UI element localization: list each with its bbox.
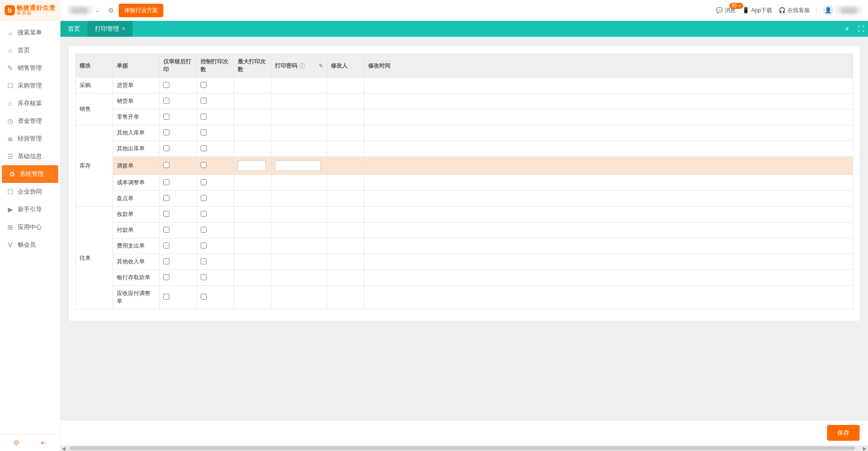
- modifier-cell: [327, 78, 364, 94]
- sidebar-item-fund[interactable]: ◷资金管理: [0, 112, 60, 130]
- sidebar-item-guide[interactable]: ▶新手引导: [0, 201, 60, 218]
- control-count-checkbox[interactable]: [201, 114, 207, 120]
- only-audited-checkbox[interactable]: [163, 82, 169, 88]
- only-audited-checkbox[interactable]: [163, 294, 169, 300]
- password-cell: [271, 191, 327, 207]
- sidebar-item-appcenter[interactable]: ⊞应用中心: [0, 218, 60, 236]
- tab-home[interactable]: 首页: [61, 21, 87, 37]
- only-audited-checkbox[interactable]: [163, 145, 169, 151]
- message-button[interactable]: 💬 消息 99 +: [716, 7, 736, 14]
- settings-icon[interactable]: ⚙: [13, 439, 20, 446]
- modifier-cell: [327, 157, 364, 175]
- only-audited-checkbox[interactable]: [163, 179, 169, 185]
- doc-cell: 付款单: [113, 222, 160, 238]
- control-count-checkbox[interactable]: [201, 82, 207, 88]
- header-only-audited: 仅审核后打印: [160, 54, 197, 78]
- sidebar-item-home[interactable]: ⌂首页: [0, 41, 60, 59]
- control-count-checkbox[interactable]: [201, 242, 207, 249]
- table-row[interactable]: 盘点单: [76, 191, 853, 207]
- tab-print-management[interactable]: 打印管理 ×: [87, 21, 133, 37]
- control-count-checkbox[interactable]: [201, 258, 207, 264]
- only-audited-checkbox[interactable]: [163, 98, 169, 104]
- max-count-cell: [234, 191, 271, 207]
- only-audited-checkbox[interactable]: [163, 227, 169, 233]
- control-count-checkbox[interactable]: [201, 162, 207, 168]
- sidebar-item-vip[interactable]: V畅会员: [0, 236, 60, 254]
- sidebar-item-system[interactable]: ⚙系统管理: [2, 165, 58, 183]
- save-button[interactable]: 保存: [827, 425, 860, 441]
- scroll-thumb[interactable]: [70, 446, 855, 450]
- control-count-checkbox[interactable]: [201, 145, 207, 151]
- sidebar: ⌕搜索菜单⌂首页✎销售管理☐采购管理⌂库存核算◷资金管理≣经营管理☰基础信息⚙系…: [0, 21, 61, 451]
- close-all-tabs-icon[interactable]: ×: [840, 25, 854, 33]
- max-count-cell: [234, 94, 271, 109]
- sidebar-item-purchase[interactable]: ☐采购管理: [0, 77, 60, 94]
- modifier-cell: [327, 109, 364, 125]
- help-icon[interactable]: ?: [299, 63, 305, 68]
- table-row[interactable]: 应收应付调整单: [76, 286, 853, 310]
- table-row[interactable]: 库存其他入库单: [76, 125, 853, 141]
- app-download-button[interactable]: 📱 App下载: [742, 7, 772, 14]
- sidebar-item-sales[interactable]: ✎销售管理: [0, 59, 60, 77]
- scroll-left-icon[interactable]: ◀: [61, 446, 67, 451]
- collapse-icon[interactable]: ⇤: [41, 439, 47, 446]
- message-badge: 99 +: [729, 3, 743, 9]
- only-audited-checkbox[interactable]: [163, 242, 169, 249]
- table-row[interactable]: 付款单: [76, 222, 853, 238]
- control-count-checkbox[interactable]: [201, 195, 207, 201]
- password-input[interactable]: [275, 161, 321, 171]
- control-count-checkbox[interactable]: [201, 179, 207, 185]
- fullscreen-icon[interactable]: ⛶: [854, 25, 868, 33]
- try-industry-button[interactable]: 体验行业方案: [119, 4, 163, 17]
- modify-time-cell: [364, 94, 853, 109]
- control-count-checkbox[interactable]: [201, 227, 207, 233]
- sidebar-item-search[interactable]: ⌕搜索菜单: [0, 24, 60, 41]
- table-row[interactable]: 往来收款单: [76, 207, 853, 222]
- brand-logo-icon: b: [5, 5, 15, 15]
- table-row[interactable]: 其他收入单: [76, 254, 853, 270]
- gear-icon[interactable]: ⚙: [108, 7, 114, 14]
- org-selector[interactable]: ████ ⌄: [67, 6, 100, 14]
- control-count-checkbox[interactable]: [201, 294, 207, 300]
- password-cell: [271, 78, 327, 94]
- only-audited-checkbox[interactable]: [163, 129, 169, 135]
- edit-icon[interactable]: ✎: [319, 63, 323, 69]
- table-row[interactable]: 银行存取款单: [76, 270, 853, 286]
- close-icon[interactable]: ×: [122, 26, 125, 32]
- table-row[interactable]: 采购进货单: [76, 78, 853, 94]
- horizontal-scrollbar[interactable]: ◀ ▶: [61, 445, 868, 451]
- sidebar-item-guide-label: 新手引导: [18, 205, 42, 214]
- table-row[interactable]: 调拨单: [76, 157, 853, 175]
- sidebar-item-basic[interactable]: ☰基础信息: [0, 148, 60, 165]
- only-audited-checkbox[interactable]: [163, 114, 169, 120]
- sidebar-item-purchase-label: 采购管理: [18, 81, 42, 90]
- app-download-label: App下载: [751, 7, 772, 14]
- only-audited-checkbox[interactable]: [163, 162, 169, 168]
- brand: b 畅捷通好生意 精易版: [0, 0, 61, 20]
- control-count-cell: [197, 175, 234, 191]
- control-count-checkbox[interactable]: [201, 211, 207, 217]
- user-menu[interactable]: 👤 ████: [823, 5, 862, 15]
- scroll-right-icon[interactable]: ▶: [861, 446, 868, 451]
- only-audited-checkbox[interactable]: [163, 258, 169, 264]
- table-row[interactable]: 成本调整单: [76, 175, 853, 191]
- sidebar-item-sales-label: 销售管理: [18, 64, 42, 72]
- table-row[interactable]: 费用支出单: [76, 238, 853, 254]
- header-password: 打印密码 ? ✎: [271, 54, 327, 78]
- control-count-checkbox[interactable]: [201, 98, 207, 104]
- only-audited-checkbox[interactable]: [163, 274, 169, 280]
- online-service-button[interactable]: 🎧 在线客服: [779, 7, 810, 14]
- control-count-checkbox[interactable]: [201, 129, 207, 135]
- only-audited-cell: [160, 222, 197, 238]
- table-row[interactable]: 销售销货单: [76, 94, 853, 109]
- sidebar-item-collab[interactable]: ☐企业协同: [0, 183, 60, 201]
- control-count-checkbox[interactable]: [201, 274, 207, 280]
- sidebar-item-inventory[interactable]: ⌂库存核算: [0, 94, 60, 112]
- table-row[interactable]: 零售开单: [76, 109, 853, 125]
- only-audited-checkbox[interactable]: [163, 195, 169, 201]
- max-count-cell: [234, 175, 271, 191]
- only-audited-checkbox[interactable]: [163, 211, 169, 217]
- table-row[interactable]: 其他出库单: [76, 141, 853, 157]
- sidebar-item-operation[interactable]: ≣经营管理: [0, 130, 60, 148]
- max-count-input[interactable]: [238, 161, 266, 171]
